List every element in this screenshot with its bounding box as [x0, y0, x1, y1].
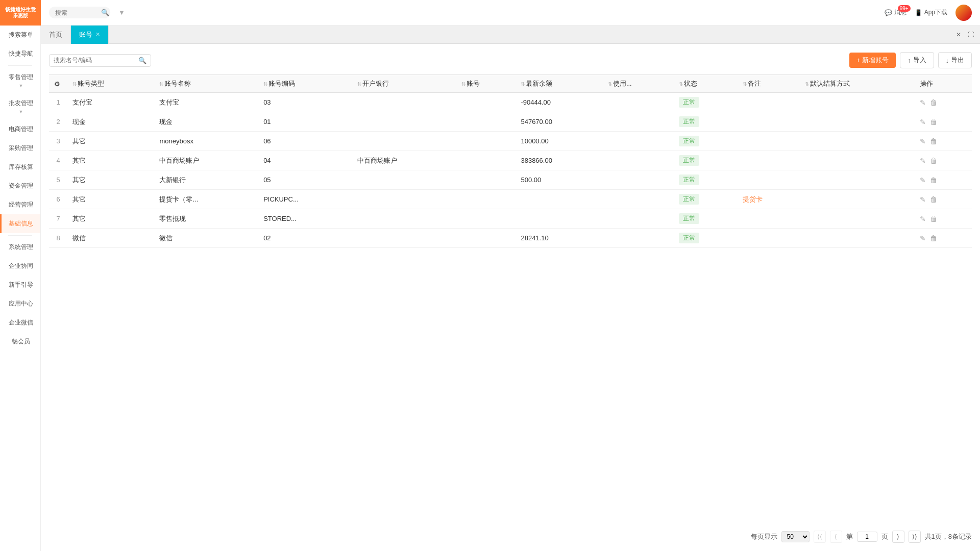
- table-row: 7 其它 零售抵现 STORED... 正常 ✎ 🗑: [49, 209, 972, 229]
- sidebar-item-guide[interactable]: 新手引导: [0, 276, 40, 294]
- row-settle-cell: [800, 151, 914, 170]
- delete-icon[interactable]: 🗑: [930, 195, 937, 204]
- row-status-cell: 正常: [674, 190, 738, 209]
- next-page-button[interactable]: ⟩: [892, 531, 904, 543]
- row-num-cell: 5: [49, 170, 67, 190]
- sidebar-item-search[interactable]: 搜索菜单: [0, 26, 40, 44]
- delete-icon[interactable]: 🗑: [930, 98, 937, 107]
- row-num-cell: 4: [49, 151, 67, 170]
- sidebar-item-ecommerce[interactable]: 电商管理: [0, 120, 40, 139]
- account-search-box[interactable]: 🔍: [49, 54, 151, 67]
- export-icon: ↓: [946, 57, 949, 64]
- tab-home[interactable]: 首页: [41, 26, 71, 44]
- sidebar-item-enterprise-collab[interactable]: 企业协同: [0, 257, 40, 276]
- row-type-cell: 其它: [67, 209, 154, 229]
- delete-icon[interactable]: 🗑: [930, 176, 937, 184]
- row-status-cell: 正常: [674, 132, 738, 151]
- row-settle-cell: [800, 93, 914, 112]
- message-badge: 99+: [898, 5, 911, 12]
- tab-account[interactable]: 账号 ✕: [71, 26, 109, 44]
- row-type-cell: 其它: [67, 190, 154, 209]
- export-button[interactable]: ↓ 导出: [938, 52, 972, 68]
- row-action-cell: ✎ 🗑: [915, 132, 972, 151]
- window-maximize-icon[interactable]: ⛶: [966, 30, 976, 40]
- row-balance-cell: -90444.00: [516, 93, 602, 112]
- col-remark[interactable]: ⇅备注: [738, 75, 800, 93]
- row-account-cell: [456, 170, 516, 190]
- prev-page-button[interactable]: ⟨: [830, 531, 842, 543]
- col-settle[interactable]: ⇅默认结算方式: [800, 75, 914, 93]
- row-code-cell: 04: [258, 151, 352, 170]
- import-button[interactable]: ↑ 导入: [900, 52, 934, 68]
- col-type[interactable]: ⇅账号类型: [67, 75, 154, 93]
- edit-icon[interactable]: ✎: [920, 234, 926, 242]
- col-bank[interactable]: ⇅开户银行: [352, 75, 456, 93]
- col-usage[interactable]: ⇅使用...: [603, 75, 674, 93]
- edit-icon[interactable]: ✎: [920, 118, 926, 126]
- tab-close-icon[interactable]: ✕: [95, 31, 100, 38]
- col-name[interactable]: ⇅账号名称: [154, 75, 258, 93]
- window-close-icon[interactable]: ✕: [953, 30, 964, 40]
- row-bank-cell: [352, 170, 456, 190]
- row-code-cell: 05: [258, 170, 352, 190]
- row-num-cell: 1: [49, 93, 67, 112]
- edit-icon[interactable]: ✎: [920, 215, 926, 223]
- edit-icon[interactable]: ✎: [920, 137, 926, 145]
- row-usage-cell: [603, 132, 674, 151]
- page-content: 🔍 + 新增账号 ↑ 导入 ↓ 导出: [41, 44, 980, 551]
- row-remark-cell: [738, 93, 800, 112]
- add-account-button[interactable]: + 新增账号: [849, 53, 896, 68]
- user-avatar[interactable]: [955, 5, 972, 21]
- delete-icon[interactable]: 🗑: [930, 118, 937, 126]
- row-remark-cell: [738, 229, 800, 248]
- sidebar-item-member[interactable]: 畅会员: [0, 332, 40, 351]
- sidebar-item-wholesale[interactable]: 批发管理 ▼: [0, 94, 40, 120]
- table-row: 8 微信 微信 02 28241.10 正常 ✎ 🗑: [49, 229, 972, 248]
- row-action-cell: ✎ 🗑: [915, 209, 972, 229]
- top-search-input[interactable]: [55, 9, 101, 16]
- sidebar-item-inventory[interactable]: 库存核算: [0, 158, 40, 177]
- row-name-cell: 中百商场账户: [154, 151, 258, 170]
- col-balance[interactable]: ⇅最新余额: [516, 75, 602, 93]
- sidebar-item-operation[interactable]: 经营管理: [0, 195, 40, 214]
- edit-icon[interactable]: ✎: [920, 176, 926, 184]
- row-name-cell: 大新银行: [154, 170, 258, 190]
- last-page-button[interactable]: ⟩⟩: [909, 531, 921, 543]
- message-button[interactable]: 💬 消息 99+: [885, 8, 906, 17]
- page-size-select[interactable]: 50 100: [781, 531, 810, 542]
- edit-icon[interactable]: ✎: [920, 98, 926, 107]
- account-search-input[interactable]: [54, 57, 138, 64]
- delete-icon[interactable]: 🗑: [930, 137, 937, 145]
- header-right: 💬 消息 99+ 📱 App下载: [885, 5, 972, 21]
- header-dropdown-icon[interactable]: ▼: [118, 9, 125, 16]
- row-bank-cell: [352, 190, 456, 209]
- sidebar-item-app-center[interactable]: 应用中心: [0, 294, 40, 313]
- sidebar-item-basic-info[interactable]: 基础信息: [0, 214, 40, 233]
- table-row: 5 其它 大新银行 05 500.00 正常 ✎ 🗑: [49, 170, 972, 190]
- col-account[interactable]: ⇅账号: [456, 75, 516, 93]
- row-bank-cell: [352, 209, 456, 229]
- row-remark-cell: [738, 209, 800, 229]
- edit-icon[interactable]: ✎: [920, 195, 926, 204]
- col-settings[interactable]: ⚙: [49, 75, 67, 93]
- delete-icon[interactable]: 🗑: [930, 234, 937, 242]
- col-code[interactable]: ⇅账号编码: [258, 75, 352, 93]
- row-account-cell: [456, 190, 516, 209]
- page-number-input[interactable]: [857, 532, 877, 542]
- delete-icon[interactable]: 🗑: [930, 157, 937, 165]
- sidebar-item-quick-nav[interactable]: 快捷导航: [0, 44, 40, 63]
- row-usage-cell: [603, 151, 674, 170]
- first-page-button[interactable]: ⟨⟨: [814, 531, 826, 543]
- sidebar-item-retail[interactable]: 零售管理 ▼: [0, 68, 40, 94]
- col-status[interactable]: ⇅状态: [674, 75, 738, 93]
- sidebar-item-system[interactable]: 系统管理: [0, 238, 40, 257]
- app-download-button[interactable]: 📱 App下载: [915, 8, 947, 17]
- delete-icon[interactable]: 🗑: [930, 215, 937, 223]
- row-account-cell: [456, 132, 516, 151]
- row-remark-cell: [738, 132, 800, 151]
- sidebar-item-finance[interactable]: 资金管理: [0, 177, 40, 195]
- top-search-box[interactable]: 🔍: [49, 7, 110, 18]
- sidebar-item-purchase[interactable]: 采购管理: [0, 139, 40, 158]
- sidebar-item-wechat-work[interactable]: 企业微信: [0, 313, 40, 332]
- edit-icon[interactable]: ✎: [920, 157, 926, 165]
